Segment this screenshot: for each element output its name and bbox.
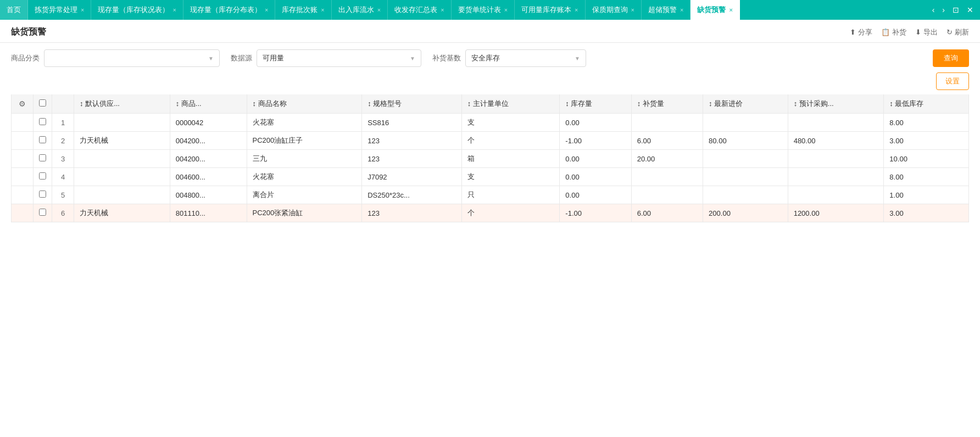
nav-item-order-stat[interactable]: 要货单统计表 × <box>452 0 515 20</box>
nav-item-flow-label: 出入库流水 <box>338 5 374 15</box>
col-name[interactable]: ↕ 商品名称 <box>247 94 362 114</box>
row-name-cell: 火花塞 <box>247 114 362 132</box>
table-row[interactable]: 2 力天机械 004200... PC200油缸庄子 123 个 -1.00 6… <box>12 132 969 150</box>
row-unit-cell: 只 <box>461 186 560 204</box>
nav-item-overstock[interactable]: 超储预警 × <box>642 0 691 20</box>
row-checkbox[interactable] <box>39 154 46 161</box>
row-code-cell: 004800... <box>170 186 247 204</box>
row-supplier-cell: 力天机械 <box>74 204 170 222</box>
col-replenish[interactable]: ↕ 补货量 <box>631 94 703 114</box>
col-supplier[interactable]: ↕ 默认供应... <box>74 94 170 114</box>
row-spec-cell: J7092 <box>362 168 461 186</box>
export-button[interactable]: ⬇ 导出 <box>915 27 938 37</box>
row-checkbox-cell[interactable] <box>34 186 52 204</box>
close-batch-icon[interactable]: × <box>321 7 324 13</box>
nav-item-flow[interactable]: 出入库流水 × <box>332 0 388 20</box>
row-stock-cell: 0.00 <box>560 168 631 186</box>
row-checkbox-cell[interactable] <box>34 114 52 132</box>
row-unit-cell: 个 <box>461 132 560 150</box>
nav-item-summary[interactable]: 收发存汇总表 × <box>388 0 451 20</box>
nav-prev-button[interactable]: ‹ <box>929 3 938 16</box>
table-row[interactable]: 6 力天机械 801110... PC200张紧油缸 123 个 -1.00 6… <box>12 204 969 222</box>
row-checkbox[interactable] <box>39 209 46 216</box>
close-flow-icon[interactable]: × <box>377 7 381 13</box>
row-gear-cell <box>12 150 34 168</box>
row-checkbox[interactable] <box>39 172 46 180</box>
row-spec-cell: SS816 <box>362 114 461 132</box>
nav-close-button[interactable]: ✕ <box>964 3 977 16</box>
row-checkbox-cell[interactable] <box>34 204 52 222</box>
row-unit-cell: 支 <box>461 168 560 186</box>
nav-next-button[interactable]: › <box>939 3 948 16</box>
close-expiry-icon[interactable]: × <box>631 7 634 13</box>
table-row[interactable]: 5 004800... 离合片 DS250*23c... 只 0.00 1.00 <box>12 186 969 204</box>
row-latest-price-cell <box>703 168 788 186</box>
row-num-cell: 2 <box>52 132 74 150</box>
share-label: 分享 <box>858 27 872 37</box>
nav-item-home[interactable]: 首页 <box>0 0 28 20</box>
base-select[interactable]: 安全库存 ▼ <box>465 49 586 67</box>
datasource-label: 数据源 <box>231 53 252 63</box>
close-stock2-icon[interactable]: × <box>265 7 268 13</box>
row-est-purchase-cell: 1200.00 <box>788 204 884 222</box>
row-checkbox-cell[interactable] <box>34 168 52 186</box>
row-min-stock-cell: 1.00 <box>884 186 969 204</box>
replenish-icon: 📋 <box>881 28 890 36</box>
close-summary-icon[interactable]: × <box>441 7 444 13</box>
row-name-cell: PC200油缸庄子 <box>247 132 362 150</box>
row-min-stock-cell: 3.00 <box>884 204 969 222</box>
settings-button[interactable]: 设置 <box>936 72 969 90</box>
query-button[interactable]: 查询 <box>933 49 969 67</box>
page-title: 缺货预警 <box>11 26 850 38</box>
close-picking-icon[interactable]: × <box>81 7 84 13</box>
nav-item-stock1[interactable]: 现存量（库存状况表） × <box>91 0 183 20</box>
datasource-value: 可用量 <box>263 53 410 63</box>
col-spec[interactable]: ↕ 规格型号 <box>362 94 461 114</box>
row-checkbox[interactable] <box>39 191 46 198</box>
nav-restore-button[interactable]: ⊡ <box>949 3 962 16</box>
category-select[interactable]: ▼ <box>44 49 220 67</box>
col-code[interactable]: ↕ 商品... <box>170 94 247 114</box>
row-est-purchase-cell <box>788 150 884 168</box>
nav-bar: 首页 拣货异常处理 × 现存量（库存状况表） × 现存量（库存分布表） × 库存… <box>0 0 980 20</box>
nav-item-stock2[interactable]: 现存量（库存分布表） × <box>183 0 275 20</box>
col-latest-price[interactable]: ↕ 最新进价 <box>703 94 788 114</box>
col-est-purchase[interactable]: ↕ 预计采购... <box>788 94 884 114</box>
close-available-icon[interactable]: × <box>575 7 578 13</box>
select-all-checkbox[interactable] <box>39 99 46 107</box>
close-shortage-icon[interactable]: × <box>729 7 732 13</box>
col-stock[interactable]: ↕ 库存量 <box>560 94 631 114</box>
table-row[interactable]: 4 004600... 火花塞 J7092 支 0.00 8.00 <box>12 168 969 186</box>
nav-item-picking[interactable]: 拣货异常处理 × <box>28 0 91 20</box>
row-checkbox-cell[interactable] <box>34 150 52 168</box>
row-checkbox-cell[interactable] <box>34 132 52 150</box>
refresh-button[interactable]: ↻ 刷新 <box>946 27 969 37</box>
row-stock-cell: 0.00 <box>560 150 631 168</box>
replenish-button[interactable]: 📋 补货 <box>881 27 906 37</box>
col-min-stock[interactable]: ↕ 最低库存 <box>884 94 969 114</box>
row-gear-cell <box>12 114 34 132</box>
close-stock1-icon[interactable]: × <box>172 7 176 13</box>
datasource-select[interactable]: 可用量 ▼ <box>257 49 421 67</box>
row-gear-cell <box>12 168 34 186</box>
row-est-purchase-cell <box>788 186 884 204</box>
nav-item-expiry[interactable]: 保质期查询 × <box>586 0 642 20</box>
close-order-stat-icon[interactable]: × <box>504 7 508 13</box>
nav-item-batch[interactable]: 库存批次账 × <box>275 0 331 20</box>
table-row[interactable]: 3 004200... 三九 123 箱 0.00 20.00 10.00 <box>12 150 969 168</box>
nav-item-available[interactable]: 可用量库存账本 × <box>515 0 585 20</box>
nav-item-shortage[interactable]: 缺货预警 × <box>691 0 739 20</box>
col-unit[interactable]: ↕ 主计量单位 <box>461 94 560 114</box>
close-overstock-icon[interactable]: × <box>680 7 683 13</box>
col-select-all[interactable] <box>34 94 52 114</box>
datasource-arrow-icon: ▼ <box>410 55 415 61</box>
table-row[interactable]: 1 0000042 火花塞 SS816 支 0.00 8.00 <box>12 114 969 132</box>
datasource-filter-group: 数据源 可用量 ▼ <box>231 49 421 67</box>
row-checkbox[interactable] <box>39 136 46 143</box>
gear-settings-button[interactable]: ⚙ <box>19 99 26 108</box>
row-unit-cell: 箱 <box>461 150 560 168</box>
row-replenish-cell <box>631 114 703 132</box>
row-num-cell: 3 <box>52 150 74 168</box>
row-checkbox[interactable] <box>39 118 46 125</box>
share-button[interactable]: ⬆ 分享 <box>850 27 872 37</box>
